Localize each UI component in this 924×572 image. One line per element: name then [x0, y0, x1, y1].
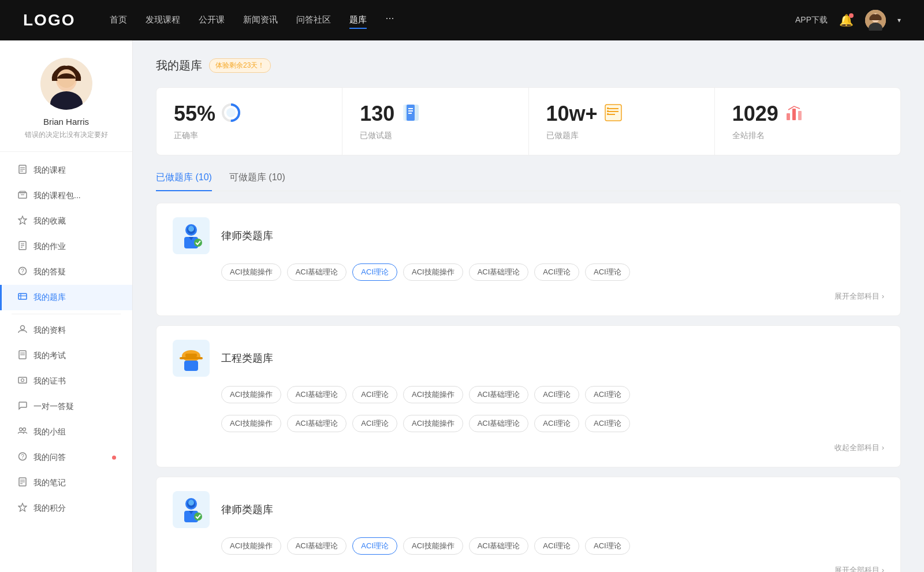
sidebar-item-course-pack[interactable]: 我的课程包... [0, 183, 132, 209]
law2-tag-6[interactable]: ACI理论 [585, 537, 630, 555]
sidebar-item-profile[interactable]: 我的资料 [0, 318, 132, 343]
eng-tag-6[interactable]: ACI理论 [585, 386, 630, 403]
sidebar-item-my-qa[interactable]: ? 我的问答 [0, 445, 132, 470]
qbank-tags-3: ACI技能操作 ACI基础理论 ACI理论 ACI技能操作 ACI基础理论 AC… [173, 537, 884, 572]
ranking-label: 全站排名 [732, 131, 883, 141]
title-row: 我的题库 体验剩余23天！ [156, 58, 901, 73]
banks-value: 10w+ [546, 102, 598, 126]
sidebar-item-notes[interactable]: 我的笔记 [0, 470, 132, 496]
questions-value: 130 [360, 102, 394, 126]
eng-tag-11[interactable]: ACI基础理论 [469, 415, 529, 432]
tab-available-banks[interactable]: 可做题库 (10) [229, 172, 285, 191]
qbank-tags-2: ACI技能操作 ACI基础理论 ACI理论 ACI技能操作 ACI基础理论 AC… [173, 386, 884, 453]
sidebar-item-exam[interactable]: 我的考试 [0, 343, 132, 369]
svg-rect-66 [185, 354, 197, 357]
nav-avatar[interactable] [865, 10, 886, 31]
eng-tag-5[interactable]: ACI理论 [534, 386, 579, 403]
sidebar-item-label: 我的证书 [33, 376, 66, 387]
eng-tag-10[interactable]: ACI技能操作 [403, 415, 463, 432]
points-icon [17, 503, 28, 514]
nav-open-course[interactable]: 公开课 [199, 12, 225, 29]
bar-chart-icon [784, 103, 804, 125]
expand-link-3[interactable]: 展开全部科目 › [221, 560, 884, 572]
tag-4[interactable]: ACI基础理论 [469, 263, 529, 281]
sidebar-item-homework[interactable]: 我的作业 [0, 234, 132, 259]
eng-tag-12[interactable]: ACI理论 [534, 415, 579, 432]
sidebar-item-1on1[interactable]: 一对一答疑 [0, 394, 132, 419]
svg-point-72 [188, 500, 194, 506]
nav-bell-button[interactable]: 🔔 [839, 13, 854, 27]
stat-ranking: 1029 全站排名 [715, 88, 900, 155]
notification-dot [849, 13, 854, 18]
eng-tag-9[interactable]: ACI理论 [352, 415, 397, 432]
law2-tag-0[interactable]: ACI技能操作 [221, 537, 281, 555]
svg-rect-53 [607, 107, 609, 109]
avatar-image [865, 10, 886, 31]
tag-3[interactable]: ACI技能操作 [403, 263, 463, 281]
expand-link-1[interactable]: 展开全部科目 › [221, 287, 884, 302]
nav-discover[interactable]: 发现课程 [146, 12, 180, 29]
sidebar-item-question-bank[interactable]: 我的题库 [0, 285, 132, 310]
stats-row: 55% 正确率 130 [156, 87, 901, 155]
sidebar-item-questions[interactable]: ? 我的答疑 [0, 259, 132, 285]
tag-6[interactable]: ACI理论 [585, 263, 630, 281]
law2-tag-5[interactable]: ACI理论 [534, 537, 579, 555]
tag-2-active[interactable]: ACI理论 [352, 263, 397, 281]
navbar: LOGO 首页 发现课程 公开课 新闻资讯 问答社区 题库 ··· APP下载 … [0, 0, 924, 40]
sidebar-item-label: 我的积分 [33, 503, 66, 514]
nav-links: 首页 发现课程 公开课 新闻资讯 问答社区 题库 ··· [110, 12, 795, 29]
svg-rect-58 [798, 111, 802, 120]
svg-point-30 [20, 428, 23, 431]
accuracy-label: 正确率 [174, 131, 325, 141]
sidebar-menu: 我的课程 我的课程包... 我的收藏 我的作业 [0, 152, 132, 527]
nav-right: APP下载 🔔 ▾ [795, 10, 901, 31]
nav-news[interactable]: 新闻资讯 [243, 12, 278, 29]
qbank-header-2: 工程类题库 [173, 340, 884, 377]
ranking-value: 1029 [732, 102, 778, 126]
eng-tag-2[interactable]: ACI理论 [352, 386, 397, 403]
tag-0[interactable]: ACI技能操作 [221, 263, 281, 281]
engineer-icon [173, 340, 210, 377]
qbank-tags-1: ACI技能操作 ACI基础理论 ACI理论 ACI技能操作 ACI基础理论 AC… [173, 263, 884, 302]
sidebar-item-label: 我的考试 [33, 351, 66, 361]
tag-5[interactable]: ACI理论 [534, 263, 579, 281]
eng-tag-4[interactable]: ACI基础理论 [469, 386, 529, 403]
menu-divider-1 [12, 314, 121, 314]
eng-tag-3[interactable]: ACI技能操作 [403, 386, 463, 403]
nav-qa[interactable]: 问答社区 [296, 12, 331, 29]
nav-app-download[interactable]: APP下载 [795, 15, 828, 25]
sidebar-item-points[interactable]: 我的积分 [0, 496, 132, 521]
law2-tag-4[interactable]: ACI基础理论 [469, 537, 529, 555]
law2-tag-2-active[interactable]: ACI理论 [352, 537, 397, 555]
eng-tag-1[interactable]: ACI基础理论 [287, 386, 347, 403]
sidebar-item-label: 我的问答 [33, 452, 66, 463]
sidebar-item-certificate[interactable]: 我的证书 [0, 369, 132, 394]
svg-point-62 [188, 226, 194, 232]
svg-rect-28 [18, 377, 27, 383]
law2-tag-1[interactable]: ACI基础理论 [287, 537, 347, 555]
svg-rect-68 [180, 357, 203, 359]
law2-tag-3[interactable]: ACI技能操作 [403, 537, 463, 555]
nav-more[interactable]: ··· [385, 12, 394, 29]
sidebar-item-group[interactable]: 我的小组 [0, 419, 132, 445]
sidebar-item-my-course[interactable]: 我的课程 [0, 158, 132, 183]
sidebar: Brian Harris 错误的决定比没有决定要好 我的课程 我的课程包... [0, 40, 133, 572]
nav-chevron-icon[interactable]: ▾ [897, 16, 901, 24]
eng-tag-13[interactable]: ACI理论 [585, 415, 630, 432]
tab-done-banks[interactable]: 已做题库 (10) [156, 172, 212, 191]
eng-tag-8[interactable]: ACI基础理论 [287, 415, 347, 432]
avatar-svg [40, 58, 92, 110]
profile-section: Brian Harris 错误的决定比没有决定要好 [0, 58, 132, 152]
qa-notification-dot [112, 456, 116, 460]
trial-badge: 体验剩余23天！ [209, 58, 271, 73]
banks-label: 已做题库 [546, 131, 697, 141]
svg-point-29 [21, 379, 24, 382]
sidebar-item-favorites[interactable]: 我的收藏 [0, 209, 132, 234]
eng-tag-7[interactable]: ACI技能操作 [221, 415, 281, 432]
nav-home[interactable]: 首页 [110, 12, 127, 29]
eng-tag-0[interactable]: ACI技能操作 [221, 386, 281, 403]
nav-question-bank[interactable]: 题库 [349, 12, 367, 29]
expand-link-2[interactable]: 收起全部科目 › [221, 438, 884, 453]
tag-1[interactable]: ACI基础理论 [287, 263, 347, 281]
course-icon [17, 165, 28, 176]
